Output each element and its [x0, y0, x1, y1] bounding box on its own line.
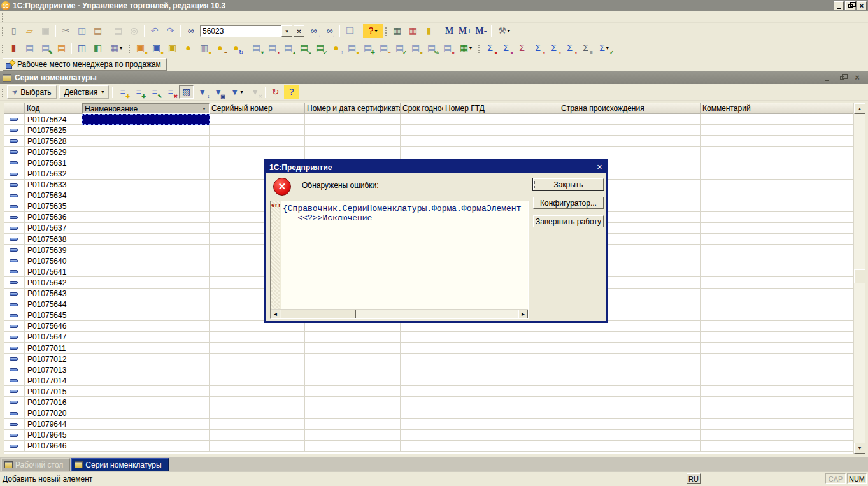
print-fast-button[interactable]: ▤: [54, 41, 69, 55]
menu-item[interactable]: [57, 17, 67, 18]
memory-subtract-button[interactable]: M-: [474, 24, 488, 38]
menu-item[interactable]: [46, 17, 57, 18]
toolbar-grip[interactable]: [1, 88, 4, 97]
language-indicator[interactable]: RU: [687, 473, 701, 484]
dialog-maximize-button[interactable]: [585, 164, 590, 171]
table-row[interactable]: P01075628: [4, 136, 853, 147]
invoice-in-button[interactable]: ▤▴: [281, 41, 295, 55]
find-previous-button[interactable]: ∞←: [322, 24, 337, 38]
table-row[interactable]: P01075629: [4, 147, 853, 157]
dialog-button[interactable]: Завершить работу: [533, 215, 604, 227]
minimize-button[interactable]: [834, 1, 844, 10]
dialog-close-button[interactable]: ✕: [597, 164, 602, 171]
doc-plus-button[interactable]: ▤✚: [360, 41, 375, 55]
header-code[interactable]: Код: [25, 103, 82, 114]
window-tab[interactable]: Серии номенклатуры: [71, 458, 168, 471]
scroll-right-button[interactable]: ►: [518, 310, 528, 318]
dialog-button[interactable]: Закрыть: [533, 178, 604, 190]
memory-recall-button[interactable]: M: [442, 24, 457, 38]
table-row[interactable]: P01079646: [4, 441, 853, 452]
table-row[interactable]: P01077012: [4, 354, 853, 364]
clear-filter-button[interactable]: ▼✕: [248, 85, 262, 99]
table-row[interactable]: P01077014: [4, 375, 853, 386]
header-icon-column[interactable]: [4, 103, 25, 114]
child-close-button[interactable]: ×: [853, 73, 862, 82]
table-row[interactable]: P01077015: [4, 386, 853, 397]
header-expiry[interactable]: Срок годнос...: [401, 103, 443, 114]
table-row[interactable]: P01077016: [4, 397, 853, 408]
report-sum-cube1-button[interactable]: Σ▪: [530, 41, 545, 55]
coins-button[interactable]: ●: [181, 41, 196, 55]
selected-cell[interactable]: [82, 114, 210, 125]
scrollbar-thumb[interactable]: [281, 310, 356, 318]
menubar-grip[interactable]: [1, 13, 4, 22]
cut-button[interactable]: ✂: [59, 24, 73, 38]
menu-item[interactable]: [16, 17, 26, 18]
toolbar-grip[interactable]: [1, 27, 4, 36]
menu-item[interactable]: [108, 17, 118, 18]
header-gtd-number[interactable]: Номер ГТД: [443, 103, 559, 114]
menu-item[interactable]: [26, 17, 36, 18]
child-restore-button[interactable]: [837, 73, 846, 82]
interface-cabinet-button[interactable]: ▮: [6, 41, 21, 55]
windows-cascade-button[interactable]: ❏: [343, 24, 357, 38]
help-1c-button[interactable]: ?: [363, 24, 383, 38]
find-button[interactable]: ∞: [183, 24, 198, 38]
search-input[interactable]: [200, 25, 281, 37]
print-document-button[interactable]: ▤: [22, 41, 37, 55]
table-row[interactable]: P01077020: [4, 408, 853, 419]
find-next-button[interactable]: ∞→: [306, 24, 321, 38]
doc-coins-button[interactable]: ▤●: [408, 41, 423, 55]
redo-button[interactable]: ↷: [163, 24, 178, 38]
restore-button[interactable]: [845, 1, 855, 10]
report-sum-check-button[interactable]: Σ✓: [594, 41, 614, 55]
close-button[interactable]: ×: [857, 1, 867, 10]
table-row[interactable]: P01077013: [4, 364, 853, 375]
search-clear-button[interactable]: ×: [294, 25, 304, 37]
paste-button[interactable]: ▤: [90, 24, 105, 38]
invoice-out-button[interactable]: ▤▾: [249, 41, 264, 55]
vertical-scrollbar[interactable]: ▲ ▼: [853, 103, 865, 454]
table-row[interactable]: P01077011: [4, 343, 853, 354]
doc-person-button[interactable]: ▤●: [440, 41, 455, 55]
print-preview-button[interactable]: ◎: [127, 24, 141, 38]
select-button[interactable]: ➤ Выбрать: [7, 85, 57, 99]
doc-percent-button[interactable]: ▤%: [424, 41, 439, 55]
doc-check-button[interactable]: ▤✓: [392, 41, 407, 55]
buyer-cart-button[interactable]: ▣●: [133, 41, 148, 55]
scroll-left-button[interactable]: ◄: [271, 310, 280, 318]
report-sum-person3-button[interactable]: Σ: [515, 41, 529, 55]
edit-item-button[interactable]: ≡✎: [147, 85, 162, 99]
child-minimize-button[interactable]: [822, 73, 831, 82]
goods-receipt-button[interactable]: ▤↘: [297, 41, 311, 55]
sort-filter-button[interactable]: ▼↕: [195, 85, 210, 99]
report-sum-cube2-button[interactable]: Σ▪: [546, 41, 561, 55]
sales-chart-button[interactable]: ▥●: [197, 41, 211, 55]
menu-item[interactable]: [77, 17, 87, 18]
header-name-sorted[interactable]: Наименование: [82, 103, 210, 114]
print-button[interactable]: ▤: [111, 24, 125, 38]
menu-item[interactable]: [6, 17, 16, 18]
doc-minus-button[interactable]: ▤−: [376, 41, 391, 55]
toolbar-grip[interactable]: [1, 44, 4, 53]
settings-tools-button[interactable]: ⚒: [494, 24, 514, 38]
copy-button[interactable]: ◫: [75, 24, 89, 38]
table-row[interactable]: P01075625: [4, 125, 853, 136]
refresh-button[interactable]: ↻: [268, 85, 283, 99]
header-country[interactable]: Страна происхождения: [559, 103, 701, 114]
filter-history-button[interactable]: ▼: [227, 85, 246, 99]
menu-item[interactable]: [87, 17, 97, 18]
table-row[interactable]: P01075647: [4, 332, 853, 343]
open-file-button[interactable]: ▱: [22, 24, 37, 38]
scroll-up-button[interactable]: ▲: [854, 103, 865, 114]
temporary-lock-button[interactable]: ▮: [422, 24, 436, 38]
horizontal-scrollbar[interactable]: ◄ ►: [271, 309, 528, 318]
scroll-down-button[interactable]: ▼: [854, 443, 865, 454]
filter-by-value-button[interactable]: ▼▣: [211, 85, 225, 99]
undo-button[interactable]: ↶: [147, 24, 162, 38]
cash-register-button[interactable]: ▦: [106, 41, 126, 55]
dialog-button[interactable]: Конфигуратор...: [533, 197, 604, 209]
coin-exchange-button[interactable]: ●↻: [229, 41, 243, 55]
report-sum-person2-button[interactable]: Σ●: [499, 41, 513, 55]
receipt-cube-button[interactable]: ▤▪: [265, 41, 280, 55]
